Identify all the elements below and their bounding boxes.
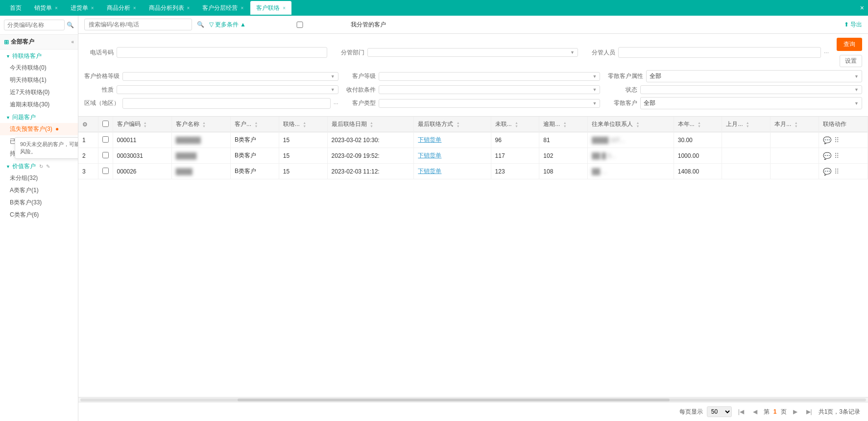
query-btn[interactable]: 查询 <box>837 38 862 51</box>
purchase-tab-close[interactable]: × <box>91 5 94 11</box>
query-settings-group: 查询 设置 <box>837 38 862 67</box>
th-last-contact-way[interactable]: 最后联络方式 ▲▼ <box>414 117 491 132</box>
nav-tab-goods-analysis-list[interactable]: 商品分析列表 × <box>143 1 196 15</box>
row-checkbox-3[interactable] <box>98 164 113 179</box>
price-level-select[interactable]: ▼ <box>122 72 338 81</box>
scroll-thumb[interactable] <box>238 398 670 401</box>
sidebar-item-class-c[interactable]: C类客户(6) <box>0 209 78 221</box>
nav-tab-goods-analysis[interactable]: 商品分析 × <box>101 1 142 15</box>
customer-level-select[interactable]: ▼ <box>379 72 601 81</box>
value-customer-refresh[interactable]: ↻ <box>39 164 43 169</box>
horizontal-scroll-bar[interactable] <box>78 397 868 402</box>
th-no-contact[interactable]: 未联... ▲▼ <box>491 117 539 132</box>
customer-contact-tab-close[interactable]: × <box>283 5 286 11</box>
nav-tab-sales[interactable]: 销货单 × <box>28 1 64 15</box>
th-last-month[interactable]: 上月... ▲▼ <box>722 117 771 132</box>
nav-tab-purchase[interactable]: 进货单 × <box>65 1 100 15</box>
action-chat-icon-2[interactable]: 💬 <box>823 152 831 160</box>
price-level-field: 客户价格等级 ▼ <box>84 72 338 81</box>
phone-field: 电话号码 <box>84 47 327 58</box>
sidebar-item-class-a[interactable]: A类客户(1) <box>0 184 78 197</box>
sidebar-item-ungrouped[interactable]: 未分组(32) <box>0 172 78 184</box>
more-conditions-btn[interactable]: ▽ 更多条件 ▲ <box>209 21 246 29</box>
action-more-icon-3[interactable]: ⠿ <box>834 168 839 175</box>
th-last-contact-date[interactable]: 最后联络日期 ▲▼ <box>327 117 414 132</box>
settings-icon[interactable]: ⚙ <box>82 121 88 128</box>
sidebar: 🔍 ⊞ 全部客户 « ▼ 待联络客户 今天待联络(0) 明天待联络(1) 近7天… <box>0 16 78 421</box>
sidebar-item-week-contact[interactable]: 近7天待联络(0) <box>0 86 78 99</box>
th-code[interactable]: 客户编码 ▲▼ <box>113 117 171 132</box>
row-checkbox-1[interactable] <box>98 132 113 148</box>
action-more-icon-2[interactable]: ⠿ <box>834 152 839 160</box>
retail-attr-select[interactable]: 全部 ▼ <box>646 70 862 82</box>
region-input[interactable] <box>122 98 331 109</box>
status-select[interactable]: ▼ <box>640 85 862 94</box>
sidebar-item-overdue-contact[interactable]: 逾期未联络(30) <box>0 99 78 111</box>
row-2-checkbox[interactable] <box>102 152 109 158</box>
overdue-sort: ▲▼ <box>563 121 567 128</box>
th-type[interactable]: 客户... ▲▼ <box>231 117 279 132</box>
sidebar-group-pending-contact[interactable]: ▼ 待联络客户 <box>0 50 78 62</box>
th-name[interactable]: 客户名称 ▲▼ <box>171 117 230 132</box>
sidebar-all-customers[interactable]: ⊞ 全部客户 « <box>0 35 78 50</box>
payment-select[interactable]: ▼ <box>379 85 601 94</box>
row-last-contact-way-1[interactable]: 下销货单 <box>414 132 491 148</box>
sidebar-item-today-contact[interactable]: 今天待联络(0) <box>0 62 78 74</box>
nav-close-all-btn[interactable]: × <box>860 4 864 12</box>
sidebar-item-churn-warning[interactable]: 流失预警客户(3) ● <box>0 123 78 135</box>
next-page-btn[interactable]: ▶ <box>791 407 800 416</box>
prev-page-btn[interactable]: ◀ <box>750 407 760 416</box>
customer-type-select[interactable]: ▼ <box>379 99 601 108</box>
manager-input[interactable] <box>618 47 821 58</box>
region-dots[interactable]: ··· <box>334 100 338 107</box>
nature-field: 性质 ▼ <box>84 85 338 94</box>
row-last-contact-way-2[interactable]: 下销货单 <box>414 148 491 164</box>
per-page-select[interactable]: 50 20 100 <box>707 406 732 417</box>
nav-tab-customer-contact[interactable]: 客户联络 × <box>250 1 291 15</box>
sidebar-search-icon[interactable]: 🔍 <box>67 22 74 28</box>
last-page-btn[interactable]: ▶| <box>804 407 815 416</box>
sales-tab-close[interactable]: × <box>55 5 58 11</box>
th-overdue[interactable]: 逾期... ▲▼ <box>539 117 588 132</box>
search-button[interactable]: 🔍 <box>197 21 204 28</box>
select-all-checkbox[interactable] <box>102 121 109 127</box>
row-3-checkbox[interactable] <box>102 168 109 174</box>
manager-dots[interactable]: ··· <box>824 49 829 56</box>
search-input[interactable] <box>84 19 192 30</box>
nav-tab-customer-segment[interactable]: 客户分层经营 × <box>196 1 249 15</box>
th-contact[interactable]: 联络... ▲▼ <box>279 117 327 132</box>
sidebar-item-tomorrow-contact[interactable]: 明天待联络(1) <box>0 74 78 86</box>
action-chat-icon-3[interactable]: 💬 <box>823 168 831 175</box>
phone-input[interactable] <box>117 47 327 58</box>
customer-segment-tab-close[interactable]: × <box>241 5 243 11</box>
first-page-btn[interactable]: |◀ <box>736 407 747 416</box>
retail-customer-select[interactable]: 全部 ▼ <box>640 97 862 109</box>
sidebar-group-value-customer[interactable]: ▼ 价值客户 ↻ ✎ <box>0 160 78 172</box>
problem-customer-arrow: ▼ <box>6 115 10 120</box>
sidebar-search-input[interactable] <box>4 20 65 30</box>
sidebar-item-class-b[interactable]: B类客户(33) <box>0 197 78 209</box>
nav-tab-home[interactable]: 首页 <box>4 1 27 15</box>
action-more-icon-1[interactable]: ⠿ <box>834 136 839 144</box>
sidebar-group-problem-customer[interactable]: ▼ 问题客户 <box>0 111 78 123</box>
row-this-month-2 <box>771 148 819 164</box>
goods-analysis-tab-close[interactable]: × <box>133 5 136 11</box>
action-chat-icon-1[interactable]: 💬 <box>823 136 831 144</box>
th-this-year[interactable]: 本年... ▲▼ <box>674 117 722 132</box>
table-row: 1 000011 ██████ B类客户 15 2023-03-02 10:30… <box>78 132 868 148</box>
goods-analysis-list-tab-close[interactable]: × <box>187 5 190 11</box>
dept-select[interactable]: ▼ <box>367 48 578 57</box>
row-last-contact-way-3[interactable]: 下销货单 <box>414 164 491 179</box>
row-1-checkbox[interactable] <box>102 136 109 143</box>
th-unit-contact[interactable]: 往来单位联系人 ▲▼ <box>588 117 674 132</box>
export-btn[interactable]: ⬆ 导出 <box>844 21 862 29</box>
my-customers-checkbox-label[interactable]: 我分管的客户 <box>251 21 386 29</box>
value-customer-edit[interactable]: ✎ <box>46 164 50 169</box>
nature-select[interactable]: ▼ <box>117 85 338 94</box>
scroll-track[interactable] <box>80 398 866 401</box>
th-this-month[interactable]: 本月... ▲▼ <box>771 117 819 132</box>
row-checkbox-2[interactable] <box>98 148 113 164</box>
settings-btn[interactable]: 设置 <box>840 55 862 67</box>
my-customers-checkbox[interactable] <box>251 22 349 28</box>
region-field: 区域（地区） ··· <box>84 98 338 109</box>
